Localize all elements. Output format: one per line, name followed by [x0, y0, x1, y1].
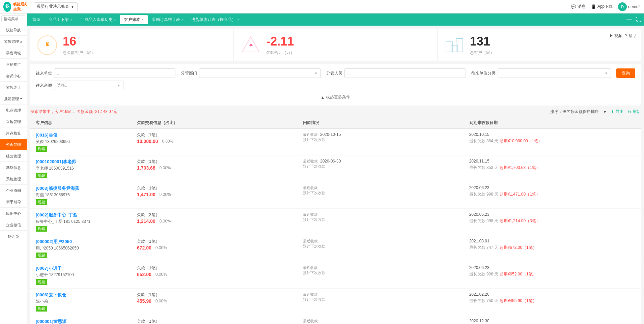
customer-phone-6: 陈小莉	[36, 299, 137, 304]
stat-info-debt-customers: 16 总欠款客户（家）	[63, 34, 227, 56]
next-collection-5: 预计下次收款	[303, 270, 469, 275]
search-input[interactable]	[1, 16, 25, 22]
help-btn[interactable]: ? 帮助	[625, 33, 637, 39]
sidebar-item-corp-collab[interactable]: 企业协同	[0, 185, 27, 196]
tab-products-offshelf[interactable]: 商品上下架 ×	[45, 15, 76, 24]
due-cell-2: 2020.06.23 最长欠款 998 天 超期¥1,471.00（1笔）	[469, 185, 635, 197]
customer-name-3[interactable]: [0002]服务中心_丁磊	[36, 212, 137, 218]
customer-name-1[interactable]: [0001020001]李老师	[36, 159, 137, 165]
tab-products-offshelf-label: 商品上下架	[49, 17, 69, 23]
tab-purchase-order-close[interactable]: ×	[181, 18, 184, 22]
sidebar-item-system[interactable]: 系统管理	[0, 173, 27, 185]
sidebar-item-finance[interactable]: 资金管理	[0, 139, 27, 150]
customer-name-0[interactable]: [0016]吴俊	[36, 132, 137, 138]
sidebar-item-retail-shop[interactable]: 零售商城	[0, 47, 27, 59]
sidebar-item-vip[interactable]: 畅会员	[0, 231, 27, 242]
sidebar-item-purchase[interactable]: 采购管理	[0, 116, 27, 127]
sidebar-item-wechat[interactable]: 企业微信	[0, 219, 27, 231]
customer-cell-4: [000002]用户2050 用户2050 18665062050 现销	[36, 239, 137, 258]
sidebar-item-app-center[interactable]: 应用中心	[0, 208, 27, 219]
overdue-link-4[interactable]: 超期¥672.00（1笔）	[500, 245, 537, 250]
page-content: ¥ 16 总欠款客户（家） ✦	[27, 26, 644, 324]
debt-cell-5: 欠款（1笔） 652.00 0.00%	[137, 265, 303, 278]
customer-tag-1: 现销	[36, 173, 47, 178]
tab-home[interactable]: 首页	[28, 15, 45, 24]
debt-cell-7: 欠款（1笔） 429.00 0.00%	[137, 319, 303, 324]
collection-date-5: 最近收款	[303, 265, 469, 270]
sidebar-item-operations[interactable]: 经营管理	[0, 150, 27, 162]
debt-customers-label: 总欠款客户（家）	[63, 50, 227, 56]
collapse-icon: ▲	[321, 95, 325, 100]
customer-name-6[interactable]: [0006]去下粮仓	[36, 292, 137, 298]
user-avatar[interactable]: D demo2	[618, 2, 641, 11]
manager-input[interactable]: ...	[344, 68, 466, 78]
top-right: 💬 消息 📱 App下载 D demo2	[571, 2, 641, 11]
tab-purchase-stats-close[interactable]: ×	[237, 18, 239, 22]
collapse-filter-btn[interactable]: ▲ 收起更多条件	[36, 93, 635, 101]
sidebar-item-inventory[interactable]: 库存核算	[0, 127, 27, 139]
source-unit-input[interactable]: ...	[54, 68, 175, 78]
tab-purchase-order[interactable]: 采购订单统计表 ×	[148, 15, 188, 24]
result-amount-label: 欠款金额	[77, 109, 93, 114]
sidebar-item-base-info[interactable]: 基础信息	[0, 162, 27, 173]
overdue-link-1[interactable]: 超期¥1,703.68（1笔）	[500, 165, 540, 170]
overdue-link-0[interactable]: 超期¥10,000.00（1笔）	[500, 139, 542, 143]
tab-maximize-btn[interactable]: ⛶	[635, 17, 643, 23]
overdue-link-3[interactable]: 超期¥1,214.00（3笔）	[500, 218, 540, 223]
customer-tag-3: 现销	[36, 226, 47, 232]
tab-minimize-btn[interactable]: —	[625, 17, 633, 23]
sidebar-item-batch-mgmt[interactable]: 批发管理 ▼	[0, 93, 27, 105]
export-btn[interactable]: ⬆ 导出	[611, 109, 624, 115]
refresh-icon: ↻	[628, 110, 631, 114]
tab-production-history[interactable]: 产成品入库单历史 ×	[76, 15, 120, 24]
customer-phone-3: 服务中心_丁磊 181 0125 8371	[36, 219, 137, 225]
due-date-2: 2020.06.23	[469, 185, 635, 190]
message-btn[interactable]: 💬 消息	[571, 4, 586, 9]
tab-production-history-close[interactable]: ×	[114, 18, 116, 22]
filter-manager: 分管人员 ...	[326, 68, 466, 78]
customer-name-5[interactable]: [0007]小进干	[36, 265, 137, 271]
sidebar-item-quick-nav[interactable]: 快捷导航	[0, 24, 27, 36]
tab-customer-account-close[interactable]: ×	[142, 18, 144, 22]
tab-purchase-stats[interactable]: 进货单统计表（按商品） ×	[187, 15, 243, 24]
due-date-6: 2021.02.26	[469, 292, 635, 297]
tab-products-offshelf-close[interactable]: ×	[70, 18, 72, 22]
category-select[interactable]: ▼	[498, 68, 611, 78]
due-date-3: 2020.06.23	[469, 212, 635, 217]
filter-row-2: 往来余额 选择... ▼	[36, 81, 635, 90]
video-btn[interactable]: ▶ 视频	[609, 33, 622, 39]
sidebar-item-marketing[interactable]: 营销推广	[0, 59, 27, 70]
tab-production-history-label: 产成品入库单历史	[80, 17, 113, 23]
overdue-link-6[interactable]: 超期¥455.90（1笔）	[500, 298, 537, 303]
tab-customer-account[interactable]: 客户账本 ×	[120, 15, 148, 24]
sidebar-item-member[interactable]: 会员中心	[0, 70, 27, 82]
collection-date-1: 最近收款 2020-06-30	[303, 159, 469, 164]
sidebar-item-retail-mgmt[interactable]: 零售管理 ▲	[0, 36, 27, 47]
debt-total-number: -2.11	[266, 34, 430, 49]
customer-name-4[interactable]: [000002]用户2050	[36, 239, 137, 245]
customer-phone-0: 吴俊 13026203696	[36, 139, 137, 145]
customer-name-2[interactable]: [0003]畅捷服务尹海燕	[36, 185, 137, 192]
customer-name-7[interactable]: [000001]黄思源	[36, 319, 137, 324]
balance-select[interactable]: 选择... ▼	[54, 81, 123, 90]
customer-tag-5: 现销	[36, 279, 47, 285]
app-download-btn[interactable]: 📱 App下载	[591, 4, 613, 9]
store-selector[interactable]: 母婴行业演示账套 ▼	[34, 2, 78, 11]
sidebar-item-ecommerce[interactable]: 电商管理	[0, 105, 27, 116]
overdue-link-5[interactable]: 超期¥652.00（1笔）	[500, 272, 537, 276]
message-icon: 💬	[571, 4, 576, 9]
sidebar-item-beginner[interactable]: 新手引导	[0, 196, 27, 208]
refresh-btn[interactable]: ↻ 刷新	[628, 109, 641, 115]
tab-bar: 首页 商品上下架 × 产成品入库单历史 × 客户账本 × 采购订单统计表 ×	[27, 13, 644, 26]
sidebar-item-retail-stats[interactable]: 零售统计	[0, 82, 27, 93]
manager-dots: ...	[347, 71, 351, 76]
debt-cell-1: 欠款（1笔） 1,703.68 0.00%	[137, 159, 303, 171]
dept-select[interactable]: ▼	[199, 68, 320, 78]
balance-chevron-icon: ▼	[117, 84, 120, 87]
search-button[interactable]: 查询	[616, 68, 635, 78]
svg-text:¥: ¥	[46, 41, 49, 48]
collection-date-0: 最近收款 2020-10-15	[303, 132, 469, 137]
svg-rect-6	[451, 45, 458, 52]
data-table: 客户信息 欠款交易信息（占比） 回款情况 到期未收款日期 [0016]吴俊 吴俊…	[30, 117, 641, 324]
overdue-link-2[interactable]: 超期¥1,471.00（1笔）	[500, 192, 540, 197]
